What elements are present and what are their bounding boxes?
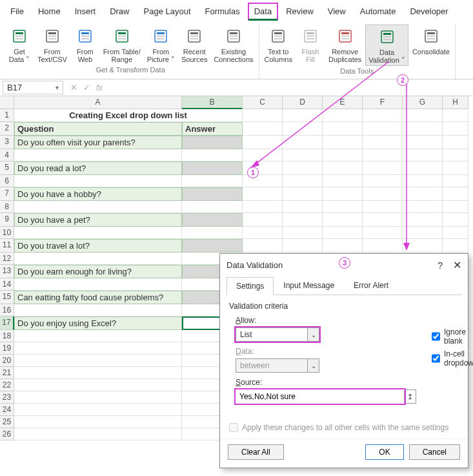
collapse-dialog-icon[interactable]: ↥ xyxy=(404,390,416,403)
cell-B9[interactable] xyxy=(182,213,243,227)
cell-C3[interactable] xyxy=(243,136,283,149)
cell-G6[interactable] xyxy=(403,175,443,187)
cell-E7[interactable] xyxy=(323,187,363,201)
cell-G3[interactable] xyxy=(403,136,443,149)
cell-G10[interactable] xyxy=(403,227,443,239)
cell-B4[interactable] xyxy=(182,149,243,161)
cell-A13[interactable]: Do you earn enough for living? xyxy=(14,265,182,278)
ok-button[interactable]: OK xyxy=(365,444,403,460)
name-box-dropdown-icon[interactable]: ▾ xyxy=(55,84,59,91)
cell-C7[interactable] xyxy=(243,187,283,201)
cell-F11[interactable] xyxy=(363,239,403,253)
cell-D9[interactable] xyxy=(283,213,323,227)
cell-A14[interactable] xyxy=(14,278,182,291)
dialog-tab-input-message[interactable]: Input Message xyxy=(274,276,344,295)
column-header-C[interactable]: C xyxy=(243,96,283,109)
cell-E5[interactable] xyxy=(323,161,363,175)
cell-B3[interactable] xyxy=(182,136,243,149)
name-box[interactable]: B17 ▾ xyxy=(3,81,63,94)
cell-D4[interactable] xyxy=(283,149,323,161)
cell-A25[interactable] xyxy=(14,416,182,428)
cell-A10[interactable] xyxy=(14,227,182,239)
cell-G7[interactable] xyxy=(403,187,443,201)
formula-bar-input[interactable] xyxy=(106,81,473,94)
cell-A22[interactable] xyxy=(14,379,182,391)
cell-A6[interactable] xyxy=(14,175,182,187)
row-header-17[interactable]: 17 xyxy=(0,316,14,330)
cell-F8[interactable] xyxy=(363,201,403,213)
row-header-24[interactable]: 24 xyxy=(0,404,14,416)
cell-E1[interactable] xyxy=(323,109,363,122)
cell-D1[interactable] xyxy=(283,109,323,122)
menu-tab-data[interactable]: Data xyxy=(248,3,278,21)
cell-A21[interactable] xyxy=(14,367,182,379)
select-all-corner[interactable] xyxy=(0,96,14,109)
cell-F1[interactable] xyxy=(363,109,403,122)
cell-D3[interactable] xyxy=(283,136,323,149)
row-header-15[interactable]: 15 xyxy=(0,291,14,304)
cell-G1[interactable] xyxy=(403,109,443,122)
cell-A17[interactable]: Do you enjoy using Excel? xyxy=(14,316,182,330)
cell-F7[interactable] xyxy=(363,187,403,201)
cell-C11[interactable] xyxy=(243,239,283,253)
cell-A3[interactable]: Do you often visit your parents? xyxy=(14,136,182,149)
menu-tab-view[interactable]: View xyxy=(321,3,352,21)
cell-H1[interactable] xyxy=(443,109,468,122)
menu-tab-insert[interactable]: Insert xyxy=(68,3,103,21)
cell-G8[interactable] xyxy=(403,201,443,213)
menu-tab-draw[interactable]: Draw xyxy=(103,3,136,21)
row-header-16[interactable]: 16 xyxy=(0,304,14,316)
menu-tab-page-layout[interactable]: Page Layout xyxy=(137,3,197,21)
cell-D7[interactable] xyxy=(283,187,323,201)
row-header-11[interactable]: 11 xyxy=(0,239,14,253)
cell-H9[interactable] xyxy=(443,213,468,227)
cell-H10[interactable] xyxy=(443,227,468,239)
cell-H6[interactable] xyxy=(443,175,468,187)
cell-H2[interactable] xyxy=(443,122,468,136)
cell-A5[interactable]: Do you read a lot? xyxy=(14,161,182,175)
cell-C9[interactable] xyxy=(243,213,283,227)
column-header-A[interactable]: A xyxy=(14,96,182,109)
dialog-tab-settings[interactable]: Settings xyxy=(226,277,274,295)
cancel-formula-icon[interactable]: ✕ xyxy=(67,83,80,92)
incell-dropdown-input[interactable] xyxy=(432,354,440,363)
column-header-H[interactable]: H xyxy=(443,96,468,109)
row-header-3[interactable]: 3 xyxy=(0,136,14,149)
cell-F3[interactable] xyxy=(363,136,403,149)
cell-F2[interactable] xyxy=(363,122,403,136)
cell-C10[interactable] xyxy=(243,227,283,239)
cell-E6[interactable] xyxy=(323,175,363,187)
cell-B5[interactable] xyxy=(182,161,243,175)
ribbon-consolidate[interactable]: Consolidate xyxy=(410,25,452,66)
ribbon-from-textcsv[interactable]: From Text/CSV xyxy=(35,25,70,65)
cell-A26[interactable] xyxy=(14,428,182,440)
cell-title[interactable]: Creating Excel drop down list xyxy=(14,109,243,122)
cell-B10[interactable] xyxy=(182,227,243,239)
ribbon-data-validation[interactable]: Data Validation ˅ xyxy=(365,25,408,66)
ribbon-get-data[interactable]: Get Data ˅ xyxy=(5,25,34,65)
dialog-tab-error-alert[interactable]: Error Alert xyxy=(344,276,398,295)
row-header-19[interactable]: 19 xyxy=(0,342,14,355)
cell-C6[interactable] xyxy=(243,175,283,187)
cell-C2[interactable] xyxy=(243,122,283,136)
cell-H8[interactable] xyxy=(443,201,468,213)
ignore-blank-input[interactable] xyxy=(432,332,440,341)
ignore-blank-checkbox[interactable]: Ignore blank xyxy=(432,327,473,346)
source-input[interactable] xyxy=(236,389,405,404)
column-header-G[interactable]: G xyxy=(403,96,443,109)
menu-tab-formulas[interactable]: Formulas xyxy=(199,3,247,21)
cell-A2[interactable]: Question xyxy=(14,122,182,136)
cell-F6[interactable] xyxy=(363,175,403,187)
cell-A19[interactable] xyxy=(14,342,182,355)
cell-D8[interactable] xyxy=(283,201,323,213)
cell-D10[interactable] xyxy=(283,227,323,239)
cell-E4[interactable] xyxy=(323,149,363,161)
row-header-5[interactable]: 5 xyxy=(0,161,14,175)
ribbon-text-to-cols[interactable]: Text to Columns xyxy=(262,25,295,66)
cell-H7[interactable] xyxy=(443,187,468,201)
cell-A7[interactable]: Do you have a hobby? xyxy=(14,187,182,201)
dialog-close-icon[interactable]: ✕ xyxy=(453,259,461,271)
cell-A11[interactable]: Do you travel a lot? xyxy=(14,239,182,253)
row-header-10[interactable]: 10 xyxy=(0,227,14,239)
cell-A4[interactable] xyxy=(14,149,182,161)
